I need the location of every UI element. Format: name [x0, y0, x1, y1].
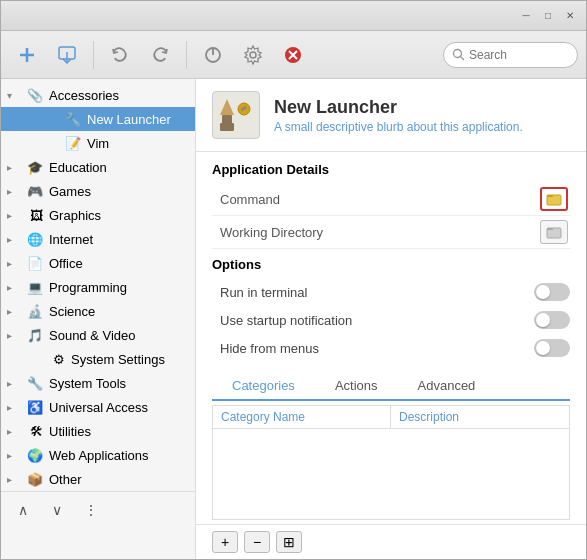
sidebar-item-label: Science: [49, 304, 95, 319]
sidebar-item-sound-video[interactable]: ▸ 🎵 Sound & Video: [1, 323, 195, 347]
sidebar-item-science[interactable]: ▸ 🔬 Science: [1, 299, 195, 323]
app-icon: [212, 91, 260, 139]
main-window: ─ □ ✕: [0, 0, 587, 560]
toolbar-separator-2: [186, 41, 187, 69]
education-icon: 🎓: [25, 158, 43, 176]
tabs-container: Categories Actions Advanced: [196, 362, 586, 401]
redo-button[interactable]: [142, 37, 178, 73]
run-in-terminal-row: Run in terminal: [212, 278, 570, 306]
hide-from-menus-toggle[interactable]: [534, 339, 570, 357]
options-title: Options: [212, 257, 570, 272]
sidebar-item-system-tools[interactable]: ▸ 🔧 System Tools: [1, 371, 195, 395]
app-details-title: Application Details: [212, 162, 570, 177]
redo-icon: [150, 45, 170, 65]
settings-icon: [242, 44, 264, 66]
use-startup-label: Use startup notification: [212, 313, 534, 328]
search-input[interactable]: [469, 48, 569, 62]
nav-up-button[interactable]: ∧: [9, 498, 37, 522]
folder-icon: [546, 192, 562, 206]
sidebar-item-label: Utilities: [49, 424, 91, 439]
table-edit-button[interactable]: ⊞: [276, 531, 302, 553]
sidebar-item-office[interactable]: ▸ 📄 Office: [1, 251, 195, 275]
add-icon: [17, 45, 37, 65]
toggle-knob: [536, 285, 550, 299]
sidebar-item-other[interactable]: ▸ 📦 Other: [1, 467, 195, 491]
command-browse-button[interactable]: [540, 187, 568, 211]
sidebar-item-vim[interactable]: 📝 Vim: [1, 131, 195, 155]
sidebar-item-label: Graphics: [49, 208, 101, 223]
delete-button[interactable]: [275, 37, 311, 73]
table-body: [213, 429, 569, 489]
sidebar-item-label: Games: [49, 184, 91, 199]
folder-gray-icon: [546, 225, 562, 239]
import-button[interactable]: [49, 37, 85, 73]
office-icon: 📄: [25, 254, 43, 272]
toggle-knob: [536, 341, 550, 355]
web-apps-icon: 🌍: [25, 446, 43, 464]
sidebar-item-utilities[interactable]: ▸ 🛠 Utilities: [1, 419, 195, 443]
sidebar-item-new-launcher[interactable]: 🔧 New Launcher: [1, 107, 195, 131]
maximize-button[interactable]: □: [540, 8, 556, 24]
tab-actions[interactable]: Actions: [315, 372, 398, 399]
delete-icon: [282, 44, 304, 66]
programming-icon: 💻: [25, 278, 43, 296]
sidebar-item-accessories[interactable]: ▾ 📎 Accessories: [1, 83, 195, 107]
working-dir-browse-button[interactable]: [540, 220, 568, 244]
toolbar-separator: [93, 41, 94, 69]
svg-marker-14: [220, 99, 234, 115]
table-add-button[interactable]: +: [212, 531, 238, 553]
expander-icon: ▸: [7, 474, 19, 485]
sidebar-item-label: Web Applications: [49, 448, 149, 463]
add-button[interactable]: [9, 37, 45, 73]
nav-menu-button[interactable]: ⋮: [77, 498, 105, 522]
command-input[interactable]: [352, 187, 540, 211]
expander-icon: ▸: [7, 450, 19, 461]
nav-down-button[interactable]: ∨: [43, 498, 71, 522]
settings-button[interactable]: [235, 37, 271, 73]
run-in-terminal-label: Run in terminal: [212, 285, 534, 300]
sidebar-item-system-settings[interactable]: ⚙ System Settings: [1, 347, 195, 371]
sidebar-item-label: Office: [49, 256, 83, 271]
use-startup-toggle[interactable]: [534, 311, 570, 329]
sidebar-item-label: Vim: [87, 136, 109, 151]
toolbar: [1, 31, 586, 79]
sidebar-item-universal-access[interactable]: ▸ ♿ Universal Access: [1, 395, 195, 419]
sidebar-item-label: Programming: [49, 280, 127, 295]
options-section: Options Run in terminal Use startup noti…: [196, 249, 586, 362]
close-button[interactable]: ✕: [562, 8, 578, 24]
working-dir-input[interactable]: [352, 220, 540, 244]
table-remove-button[interactable]: −: [244, 531, 270, 553]
vim-icon: 📝: [63, 134, 81, 152]
sidebar-nav: ∧ ∨ ⋮: [1, 491, 195, 528]
use-startup-row: Use startup notification: [212, 306, 570, 334]
expander-icon: ▸: [7, 186, 19, 197]
internet-icon: 🌐: [25, 230, 43, 248]
th-category-name: Category Name: [213, 406, 391, 428]
app-desc: A small descriptive blurb about this app…: [274, 120, 523, 134]
system-tools-icon: 🔧: [25, 374, 43, 392]
sidebar-item-graphics[interactable]: ▸ 🖼 Graphics: [1, 203, 195, 227]
sidebar-item-web-applications[interactable]: ▸ 🌍 Web Applications: [1, 443, 195, 467]
run-in-terminal-toggle[interactable]: [534, 283, 570, 301]
sidebar-item-games[interactable]: ▸ 🎮 Games: [1, 179, 195, 203]
app-details-section: Application Details Command Working Dire…: [196, 152, 586, 249]
working-dir-row: Working Directory: [212, 216, 570, 249]
tab-categories[interactable]: Categories: [212, 372, 315, 401]
search-icon: [452, 48, 465, 61]
sidebar-item-label: Accessories: [49, 88, 119, 103]
games-icon: 🎮: [25, 182, 43, 200]
refresh-button[interactable]: [195, 37, 231, 73]
tab-advanced[interactable]: Advanced: [398, 372, 496, 399]
sidebar-item-internet[interactable]: ▸ 🌐 Internet: [1, 227, 195, 251]
expander-icon: ▸: [7, 210, 19, 221]
undo-button[interactable]: [102, 37, 138, 73]
right-panel: New Launcher A small descriptive blurb a…: [196, 79, 586, 559]
table-header: Category Name Description: [213, 406, 569, 429]
sidebar-item-education[interactable]: ▸ 🎓 Education: [1, 155, 195, 179]
sidebar-item-label: Other: [49, 472, 82, 487]
expander-icon: ▸: [7, 306, 19, 317]
sidebar-item-programming[interactable]: ▸ 💻 Programming: [1, 275, 195, 299]
sidebar-item-label: Internet: [49, 232, 93, 247]
svg-rect-13: [222, 115, 232, 125]
minimize-button[interactable]: ─: [518, 8, 534, 24]
